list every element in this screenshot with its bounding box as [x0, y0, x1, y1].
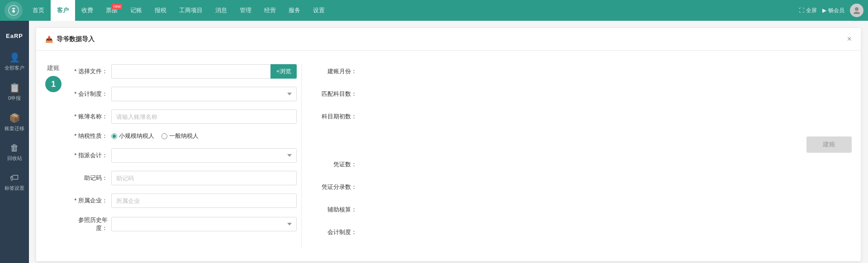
company-row: * 所属企业： [71, 193, 297, 208]
sidebar: EaRP 👤 全部客户 📋 0申报 📦 账套迁移 🗑 回收站 🏷 标签设置 [0, 21, 29, 263]
trash-icon: 🗑 [10, 143, 19, 153]
dialog-title-icon: 📥 [45, 36, 53, 43]
tax-option1-radio[interactable] [111, 133, 117, 139]
svg-point-1 [12, 10, 15, 13]
sidebar-item-declaration[interactable]: 📋 0申报 [0, 77, 29, 107]
memo-input[interactable] [111, 171, 297, 185]
voucher-label: 凭证数： [320, 160, 360, 169]
voucher-entry-row: 凭证分录数： [320, 180, 852, 194]
nav-item-ledger[interactable]: 记账 [124, 0, 148, 21]
build-btn-container: 建账 [320, 132, 852, 157]
main-wrapper: 📥 导爷数据导入 × 建账 1 * 选择文件： [29, 21, 868, 263]
clients-icon: 👤 [9, 52, 20, 63]
voucher-entry-value [360, 180, 852, 194]
sidebar-label-all-clients: 全部客户 [5, 65, 24, 71]
nav-item-tax[interactable]: 报税 [148, 0, 173, 21]
nav-item-manage[interactable]: 管理 [233, 0, 258, 21]
match-subject-row: 匹配科目数： [320, 87, 852, 101]
accounting-system2-value [360, 225, 852, 240]
sidebar-item-migration[interactable]: 📦 账套迁移 [0, 107, 29, 137]
tax-type-label: * 纳税性质： [71, 132, 111, 140]
ledger-name-row: * 账簿名称： [71, 109, 297, 124]
build-month-value [360, 64, 852, 79]
accounting-system-select[interactable] [111, 87, 297, 101]
info-section: 建账月份： 匹配科目数： 科目期初数： 建账 [306, 64, 852, 248]
aux-accounting-value [360, 202, 852, 217]
sidebar-label-tag-settings: 标签设置 [5, 185, 24, 192]
accountant-select[interactable] [111, 148, 297, 163]
nav-right-actions: ⛶ 全屏 ▶ 畅会员 [799, 4, 863, 17]
voucher-entry-label: 凭证分录数： [320, 183, 360, 191]
fullscreen-icon: ⛶ [799, 7, 804, 14]
svg-point-2 [855, 7, 859, 11]
app-logo[interactable] [5, 1, 23, 19]
form-section: * 选择文件： +浏览 * 会计制度： [71, 64, 297, 248]
ledger-name-label: * 账簿名称： [71, 113, 111, 121]
dialog-panel: 📥 导爷数据导入 × 建账 1 * 选择文件： [36, 28, 861, 261]
step-label: 建账 [47, 64, 60, 72]
main-content: 📥 导爷数据导入 × 建账 1 * 选择文件： [29, 21, 868, 263]
sidebar-item-all-clients[interactable]: 👤 全部客户 [0, 47, 29, 77]
accounting-system-label: * 会计制度： [71, 90, 111, 98]
sidebar-label-declaration: 0申报 [8, 95, 21, 102]
vip-label: 畅会员 [828, 7, 844, 14]
new-badge: new [112, 4, 122, 9]
voucher-value [360, 157, 852, 172]
nav-item-service[interactable]: 服务 [282, 0, 307, 21]
tax-option2-item[interactable]: 一般纳税人 [161, 132, 199, 140]
fullscreen-label: 全屏 [806, 7, 817, 14]
ledger-name-input[interactable] [111, 109, 297, 124]
history-year-select[interactable] [111, 217, 297, 231]
user-avatar[interactable] [850, 4, 863, 17]
build-account-button[interactable]: 建账 [806, 136, 852, 153]
sidebar-logo: EaRP [0, 25, 29, 47]
file-input-group: +浏览 [111, 64, 297, 79]
sidebar-item-trash[interactable]: 🗑 回收站 [0, 137, 29, 167]
sidebar-item-tag-settings[interactable]: 🏷 标签设置 [0, 167, 29, 197]
memo-row: 助记码： [71, 171, 297, 185]
nav-item-message[interactable]: 消息 [209, 0, 233, 21]
nav-item-operation[interactable]: 经营 [258, 0, 282, 21]
sidebar-label-migration: 账套迁移 [5, 125, 24, 132]
fullscreen-button[interactable]: ⛶ 全屏 [799, 7, 817, 14]
tag-icon: 🏷 [10, 173, 19, 183]
company-label: * 所属企业： [71, 197, 111, 205]
initial-balance-value [360, 109, 852, 124]
vertical-divider [301, 64, 302, 248]
nav-item-business[interactable]: 工商项目 [173, 0, 209, 21]
nav-item-invoice[interactable]: 票据 new [100, 0, 124, 21]
close-button[interactable]: × [847, 34, 852, 44]
voucher-row: 凭证数： [320, 157, 852, 172]
top-navigation: 首页 客户 收费 票据 new 记账 报税 工商项目 消息 管理 经营 服务 设… [0, 0, 868, 21]
company-input[interactable] [111, 193, 297, 208]
history-year-label: 参照历史年度： [71, 216, 111, 232]
step-section: 建账 1 [45, 64, 62, 248]
aux-accounting-row: 辅助核算： [320, 202, 852, 217]
nav-item-home[interactable]: 首页 [26, 0, 51, 21]
file-label: * 选择文件： [71, 67, 111, 75]
nav-item-billing[interactable]: 收费 [75, 0, 100, 21]
tax-type-radio-group: 小规模纳税人 一般纳税人 [111, 132, 199, 140]
accounting-system2-row: 会计制度： [320, 225, 852, 240]
build-month-row: 建账月份： [320, 64, 852, 79]
accountant-row: * 指派会计： [71, 148, 297, 163]
tax-option1-item[interactable]: 小规模纳税人 [111, 132, 154, 140]
browse-button[interactable]: +浏览 [270, 64, 297, 79]
vip-button[interactable]: ▶ 畅会员 [822, 7, 844, 14]
file-input[interactable] [111, 64, 270, 79]
nav-item-settings[interactable]: 设置 [307, 0, 331, 21]
tax-option2-radio[interactable] [161, 133, 167, 139]
match-subject-value [360, 87, 852, 101]
nav-item-client[interactable]: 客户 [51, 0, 75, 21]
sidebar-label-trash: 回收站 [7, 155, 22, 162]
aux-accounting-label: 辅助核算： [320, 206, 360, 214]
dialog-header: 📥 导爷数据导入 × [36, 28, 861, 51]
accounting-system-row: * 会计制度： [71, 87, 297, 101]
accountant-label: * 指派会计： [71, 151, 111, 160]
tax-type-row: * 纳税性质： 小规模纳税人 一般纳税人 [71, 132, 297, 140]
dialog-title: 导爷数据导入 [57, 35, 95, 43]
match-subject-label: 匹配科目数： [320, 90, 360, 98]
step-circle: 1 [45, 76, 62, 92]
build-month-label: 建账月份： [320, 67, 360, 75]
vip-icon: ▶ [822, 7, 826, 14]
